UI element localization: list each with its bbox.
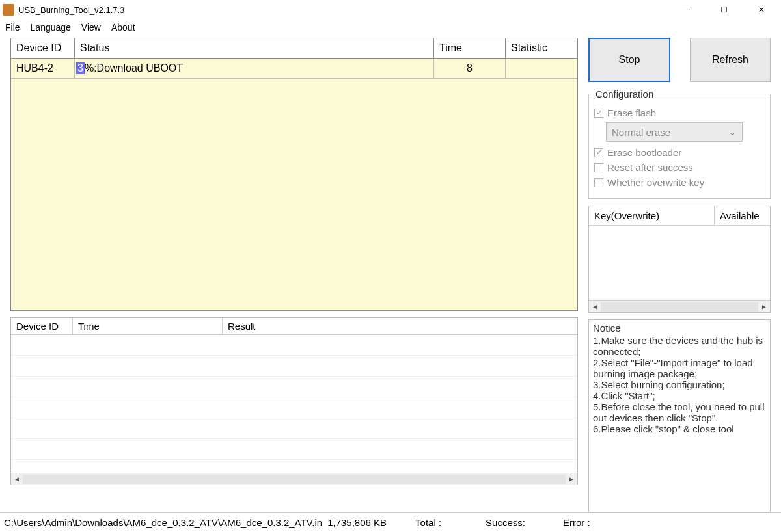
refresh-button[interactable]: Refresh xyxy=(690,38,771,82)
menu-file[interactable]: File xyxy=(5,22,20,33)
notice-line: 1.Make sure the devices and the hub is c… xyxy=(593,335,766,357)
overwrite-key-checkbox[interactable]: Whether overwrite key xyxy=(594,177,765,188)
key-h-scrollbar[interactable]: ◄ ► xyxy=(589,300,770,312)
results-col-device-id[interactable]: Device ID xyxy=(11,318,73,334)
menubar: File Language View About xyxy=(0,20,781,38)
cell-statistic xyxy=(506,59,577,78)
cell-device-id: HUB4-2 xyxy=(11,59,75,78)
status-selected-char: 3 xyxy=(76,62,85,74)
notice-panel: Notice 1.Make sure the devices and the h… xyxy=(588,319,771,512)
notice-line: 2.Select "File"-"Import image" to load b… xyxy=(593,357,766,379)
overwrite-key-label: Whether overwrite key xyxy=(607,177,704,188)
notice-line: 3.Select burning configuration; xyxy=(593,379,766,390)
results-row xyxy=(11,439,577,460)
scroll-left-icon[interactable]: ◄ xyxy=(589,302,601,312)
erase-mode-value: Normal erase xyxy=(612,127,670,138)
reset-after-label: Reset after success xyxy=(607,162,693,173)
status-total: Total : xyxy=(415,517,441,528)
minimize-button[interactable]: — xyxy=(673,2,699,18)
col-statistic[interactable]: Statistic xyxy=(506,38,577,58)
results-table: Device ID Time Result ◄ ► xyxy=(10,317,578,485)
cell-time: 8 xyxy=(434,59,506,78)
erase-bootloader-checkbox[interactable]: Erase bootloader xyxy=(594,147,765,158)
erase-mode-select[interactable]: Normal erase ⌄ xyxy=(606,122,743,142)
scroll-right-icon[interactable]: ► xyxy=(566,474,577,485)
col-device-id[interactable]: Device ID xyxy=(11,38,75,58)
key-panel: Key(Overwrite) Available ◄ ► xyxy=(588,206,771,313)
results-row xyxy=(11,377,577,397)
app-icon xyxy=(3,4,14,16)
erase-bootloader-label: Erase bootloader xyxy=(607,147,681,158)
scroll-right-icon[interactable]: ► xyxy=(758,302,770,312)
close-button[interactable]: ✕ xyxy=(748,2,774,18)
notice-line: 5.Before close the tool, you need to pul… xyxy=(593,401,766,423)
configuration-legend: Configuration xyxy=(594,88,655,100)
results-h-scrollbar[interactable]: ◄ ► xyxy=(11,473,577,485)
key-col-overwrite[interactable]: Key(Overwrite) xyxy=(589,206,715,225)
status-error: Error : xyxy=(563,517,590,528)
key-col-available[interactable]: Available xyxy=(715,206,770,225)
notice-line: 4.Click "Start"; xyxy=(593,390,766,401)
results-row xyxy=(11,356,577,377)
scroll-left-icon[interactable]: ◄ xyxy=(11,474,23,485)
statusbar: C:\Users\Admin\Downloads\AM6_dce_0.3.2_A… xyxy=(0,512,781,532)
erase-flash-checkbox[interactable]: Erase flash xyxy=(594,107,765,118)
checkbox-icon xyxy=(594,163,603,172)
results-row xyxy=(11,418,577,439)
reset-after-checkbox[interactable]: Reset after success xyxy=(594,162,765,173)
status-success: Success: xyxy=(486,517,525,528)
menu-view[interactable]: View xyxy=(81,22,101,33)
window-title: USB_Burning_Tool_v2.1.7.3 xyxy=(18,5,124,15)
stop-button[interactable]: Stop xyxy=(588,38,670,82)
device-row[interactable]: HUB4-2 3%:Download UBOOT 8 xyxy=(11,59,577,79)
notice-line: 6.Please click "stop" & close tool xyxy=(593,423,766,434)
configuration-group: Configuration Erase flash Normal erase ⌄… xyxy=(588,88,771,199)
checkbox-icon xyxy=(594,109,603,118)
menu-about[interactable]: About xyxy=(111,22,135,33)
erase-flash-label: Erase flash xyxy=(607,107,656,118)
status-path: C:\Users\Admin\Downloads\AM6_dce_0.3.2_A… xyxy=(4,517,322,528)
results-col-result[interactable]: Result xyxy=(223,318,577,334)
checkbox-icon xyxy=(594,148,603,157)
checkbox-icon xyxy=(594,178,603,187)
status-size: 1,735,806 KB xyxy=(327,517,387,528)
notice-title: Notice xyxy=(593,323,766,334)
col-time[interactable]: Time xyxy=(434,38,506,58)
status-text: %:Download UBOOT xyxy=(85,62,183,74)
menu-language[interactable]: Language xyxy=(31,22,71,33)
results-row xyxy=(11,397,577,418)
cell-status: 3%:Download UBOOT xyxy=(75,59,434,78)
results-row xyxy=(11,335,577,356)
results-col-time[interactable]: Time xyxy=(73,318,223,334)
devices-table: Device ID Status Time Statistic HUB4-2 3… xyxy=(10,38,578,311)
col-status[interactable]: Status xyxy=(75,38,434,58)
titlebar: USB_Burning_Tool_v2.1.7.3 — ☐ ✕ xyxy=(0,0,781,20)
chevron-down-icon: ⌄ xyxy=(728,126,737,138)
maximize-button[interactable]: ☐ xyxy=(711,2,737,18)
